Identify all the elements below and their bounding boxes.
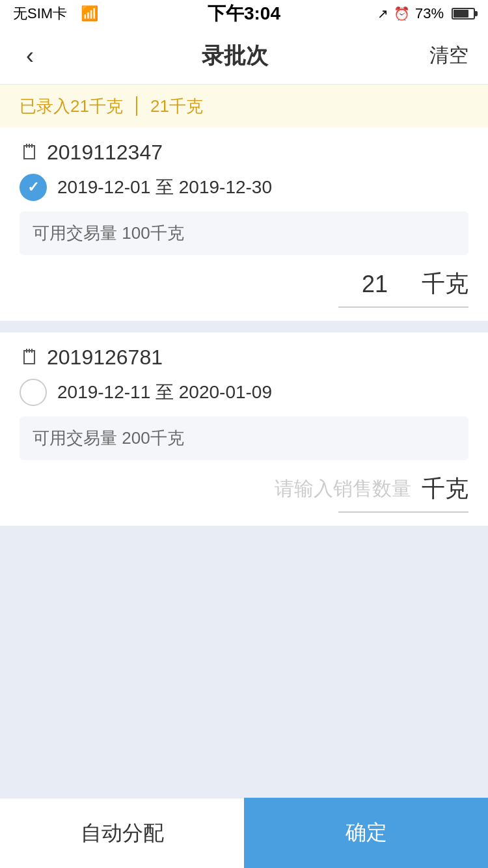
batch-date-2: 2019-12-11 至 2020-01-09 bbox=[57, 380, 272, 405]
quantity-unit-1: 千克 bbox=[422, 268, 468, 300]
quantity-row-1: 21 千克 bbox=[0, 255, 488, 306]
wifi-icon: 📶 bbox=[74, 5, 98, 22]
status-time: 下午3:04 bbox=[208, 1, 280, 26]
quantity-row-2: 请输入销售数量 千克 bbox=[0, 460, 488, 511]
status-right: ↗ ⏰ 73% bbox=[377, 5, 475, 22]
battery-percent: 73% bbox=[415, 5, 444, 22]
batch-doc-icon-1: 🗒 bbox=[20, 141, 40, 165]
clear-button[interactable]: 清空 bbox=[429, 42, 468, 69]
back-button[interactable]: ‹ bbox=[20, 36, 40, 76]
radio-1[interactable] bbox=[20, 174, 47, 201]
section-divider bbox=[0, 321, 488, 332]
page-title: 录批次 bbox=[202, 41, 268, 71]
nav-bar: ‹ 录批次 清空 bbox=[0, 27, 488, 85]
quantity-value-1: 21 bbox=[362, 271, 388, 298]
alarm-icon: ⏰ bbox=[394, 6, 410, 21]
location-icon: ↗ bbox=[377, 6, 388, 21]
bottom-area bbox=[0, 526, 488, 806]
info-divider bbox=[136, 96, 137, 116]
batch-header-2: 🗒 2019126781 bbox=[20, 346, 468, 370]
quantity-unit-2: 千克 bbox=[422, 473, 468, 505]
info-banner: 已录入21千克 21千克 bbox=[0, 85, 488, 128]
batch-doc-icon-2: 🗒 bbox=[20, 346, 40, 370]
confirm-button[interactable]: 确定 bbox=[244, 798, 488, 868]
battery-icon bbox=[452, 8, 475, 20]
batch-header-1: 🗒 2019112347 bbox=[20, 141, 468, 165]
status-left: 无SIM卡 📶 bbox=[13, 4, 98, 23]
auto-distribute-button[interactable]: 自动分配 bbox=[0, 798, 244, 868]
sim-text: 无SIM卡 bbox=[13, 4, 67, 23]
recorded-value: 21千克 bbox=[150, 95, 203, 118]
status-bar: 无SIM卡 📶 下午3:04 ↗ ⏰ 73% bbox=[0, 0, 488, 27]
batch-id-1: 2019112347 bbox=[47, 141, 163, 165]
batch-date-row-1: 2019-12-01 至 2019-12-30 bbox=[20, 174, 468, 201]
batch-id-2: 2019126781 bbox=[47, 346, 163, 370]
radio-2[interactable] bbox=[20, 379, 47, 406]
batch-available-1: 可用交易量 100千克 bbox=[20, 211, 468, 255]
batch-date-row-2: 2019-12-11 至 2020-01-09 bbox=[20, 379, 468, 406]
batch-item-2: 🗒 2019126781 2019-12-11 至 2020-01-09 可用交… bbox=[0, 332, 488, 526]
recorded-text: 已录入21千克 bbox=[20, 95, 123, 118]
batch-date-1: 2019-12-01 至 2019-12-30 bbox=[57, 175, 272, 200]
quantity-placeholder-2: 请输入销售数量 bbox=[275, 476, 411, 502]
batch-available-2: 可用交易量 200千克 bbox=[20, 416, 468, 460]
batch-item-1: 🗒 2019112347 2019-12-01 至 2019-12-30 可用交… bbox=[0, 128, 488, 321]
footer: 自动分配 确定 bbox=[0, 798, 488, 868]
